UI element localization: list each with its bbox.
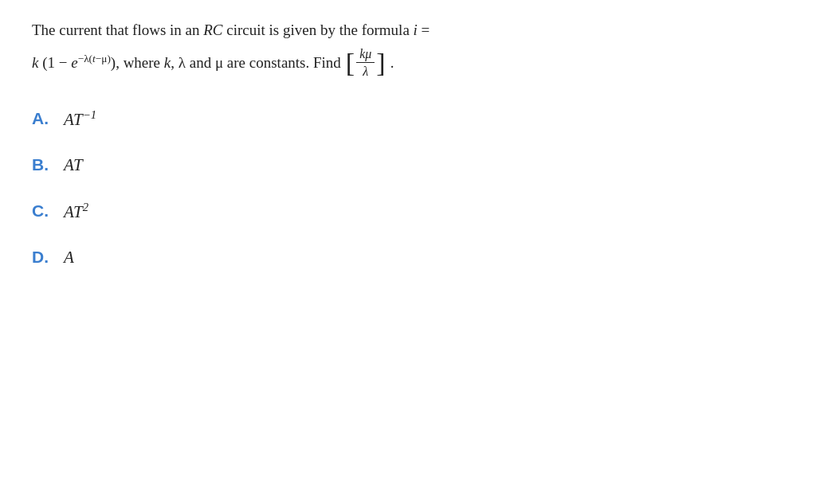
fraction-bracket: [ kμ λ ] [346,46,386,79]
answer-a-text: AT [64,110,83,129]
answer-d[interactable]: D. A [32,248,784,268]
answer-d-content: A [64,248,74,268]
answer-c-content: AT2 [64,201,88,222]
answer-b-letter: B. [32,155,56,174]
formula-prefix: k (1 − e−λ(t−μ)), where k, λ and μ are c… [32,50,341,76]
answer-c-letter: C. [32,201,56,221]
period: . [390,50,394,76]
answer-b-text: AT [64,155,83,174]
answer-a-superscript: −1 [83,108,96,121]
fraction: kμ λ [356,46,375,79]
fraction-line [356,62,375,63]
answer-b-content: AT [64,155,83,175]
answer-c[interactable]: C. AT2 [32,201,784,222]
bracket-right: ] [376,49,385,76]
answer-c-superscript: 2 [83,201,88,213]
rc-label: RC [203,21,222,38]
answer-d-text: A [64,248,74,267]
i-label: i [414,21,418,38]
page-container: The current that flows in an RC circuit … [0,0,816,283]
bracket-left: [ [346,49,355,76]
answer-a-letter: A. [32,109,56,128]
fraction-numerator: kμ [356,46,375,61]
answer-b[interactable]: B. AT [32,155,784,175]
question-line2: k (1 − e−λ(t−μ)), where k, λ and μ are c… [32,46,784,79]
fraction-denominator: λ [359,64,371,79]
answers-list: A. AT−1 B. AT C. AT2 D. A [32,108,784,268]
question-line1: The current that flows in an RC circuit … [32,18,784,43]
answer-d-letter: D. [32,248,56,267]
answer-c-text: AT [64,202,83,221]
answer-a-content: AT−1 [64,108,96,130]
answer-a[interactable]: A. AT−1 [32,108,784,130]
question-text: The current that flows in an RC circuit … [32,18,784,80]
